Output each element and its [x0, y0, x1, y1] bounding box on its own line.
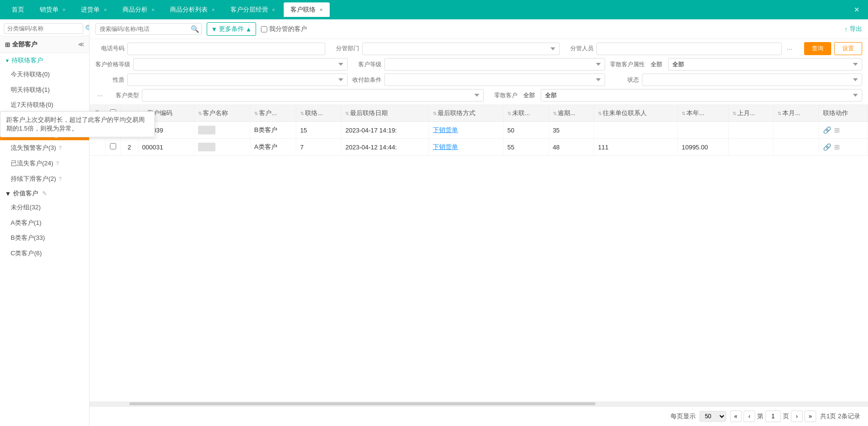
filter-field-phone: 电话号码 — [95, 43, 325, 55]
retail-attr-select[interactable]: 全部 — [668, 58, 862, 71]
row2-select[interactable] — [110, 143, 116, 149]
sidebar-all-customers-header[interactable]: ⊞ 全部客户 ≪ — [0, 36, 89, 53]
row1-grid-icon[interactable]: ⊞ — [834, 126, 840, 134]
settings-button[interactable]: 设置 — [834, 42, 862, 55]
my-customers-checkbox-label[interactable]: 我分管的客户 — [261, 25, 307, 33]
row2-settings — [90, 139, 105, 156]
page-label: 第 — [757, 412, 763, 421]
close-all-tabs-button[interactable]: × — [850, 5, 863, 15]
filter-row-1: 电话号码 分管部门 分管人员 ··· 查询 设置 — [95, 42, 862, 55]
last-page-button[interactable]: » — [805, 411, 816, 422]
tab-purchase[interactable]: 进货单 × — [74, 2, 113, 17]
search-icon[interactable]: 🔍 — [191, 25, 199, 33]
sidebar: 🔍 ⊞ 全部客户 ≪ ▼ 待联络客户 今天待联络(0) 明天待联络(1) 近7天… — [0, 19, 90, 426]
sidebar-item-today-contact[interactable]: 今天待联络(0) — [0, 67, 89, 82]
sidebar-item-tomorrow-contact[interactable]: 明天待联络(1) — [0, 82, 89, 98]
customer-type-select[interactable] — [142, 89, 484, 102]
col-overdue[interactable]: 逾期... — [548, 105, 594, 122]
my-customers-checkbox[interactable] — [261, 26, 267, 32]
filter-icon: ▼ — [211, 26, 217, 33]
sidebar-item-c-class[interactable]: C类客户(6) — [0, 246, 89, 261]
col-last-contact-date[interactable]: 最后联络日期 — [341, 105, 429, 122]
pagination-controls: « ‹ 第 页 › » — [730, 411, 816, 422]
dept-label: 分管部门 — [330, 44, 359, 53]
sidebar-item-7days-contact[interactable]: 近7天待联络(0) — [0, 97, 89, 113]
export-button[interactable]: ↑ 导出 — [845, 25, 863, 33]
person-input[interactable] — [596, 43, 782, 55]
scroll-thumb[interactable] — [129, 402, 595, 405]
tab-customer-contact-close[interactable]: × — [320, 7, 322, 13]
edit-icon[interactable]: ✎ — [42, 190, 47, 197]
sidebar-search-input[interactable] — [4, 23, 83, 34]
phone-input[interactable] — [127, 43, 325, 55]
row2-this-year: 10995.00 — [678, 139, 728, 156]
row1-link-icon[interactable]: 🔗 — [823, 126, 831, 134]
filter-field-customer-type: 客户类型 — [110, 89, 484, 102]
sidebar-item-b-class[interactable]: B类客户(33) — [0, 230, 89, 246]
retail-value: 全部 — [520, 91, 538, 100]
tab-customer-segment-close[interactable]: × — [272, 7, 275, 13]
status-select[interactable] — [642, 73, 862, 86]
col-name[interactable]: 客户名称 — [194, 105, 250, 122]
sidebar-group-value-customers[interactable]: ▼ 价值客户 ✎ — [0, 186, 89, 200]
table-area: ⚙ # 客户编码 客户名称 客户... 联络... 最后联络日期 最后联络方式 … — [90, 105, 868, 401]
customer-type-label: 客户类型 — [110, 91, 139, 100]
filter-field-customer-level: 客户等级 — [352, 58, 605, 71]
sidebar-item-a-class[interactable]: A类客户(1) — [0, 215, 89, 231]
customer-level-select[interactable] — [384, 58, 605, 71]
tab-sales-close[interactable]: × — [62, 7, 65, 13]
tab-customer-segment[interactable]: 客户分层经营 × — [224, 2, 282, 17]
col-contact-person[interactable]: 往来单位联系人 — [594, 105, 678, 122]
col-this-year[interactable]: 本年... — [678, 105, 728, 122]
sidebar-collapse-button[interactable]: ≪ — [78, 41, 84, 48]
row1-contact-method-link[interactable]: 下销货单 — [433, 126, 458, 133]
prev-page-button[interactable]: ‹ — [744, 411, 755, 422]
tab-home[interactable]: 首页 — [5, 2, 31, 17]
per-page-select[interactable]: 50 100 200 — [700, 411, 726, 422]
col-contact[interactable]: 联络... — [296, 105, 341, 122]
horizontal-scrollbar[interactable] — [90, 401, 868, 406]
tab-analysis[interactable]: 商品分析 × — [116, 2, 161, 17]
sidebar-group-pending-contact[interactable]: ▼ 待联络客户 — [0, 53, 89, 67]
dept-select[interactable] — [362, 43, 560, 55]
col-last-contact-method[interactable]: 最后联络方式 — [429, 105, 503, 122]
row2-contact-method-link[interactable]: 下销货单 — [433, 143, 458, 150]
tab-analysis-list-close[interactable]: × — [212, 7, 214, 13]
first-page-button[interactable]: « — [730, 411, 742, 422]
col-last-month[interactable]: 上月... — [728, 105, 774, 122]
row2-grid-icon[interactable]: ⊞ — [834, 143, 840, 151]
customer-search-input[interactable] — [95, 23, 202, 35]
filter-rows: 电话号码 分管部门 分管人员 ··· 查询 设置 — [90, 39, 868, 105]
page-number-input[interactable] — [765, 411, 781, 422]
sidebar-item-unassigned[interactable]: 未分组(32) — [0, 200, 89, 215]
price-level-select[interactable] — [133, 58, 348, 71]
filter-field-status: 状态 — [610, 73, 862, 86]
row1-last-month — [728, 122, 774, 139]
sidebar-search-icon[interactable]: 🔍 — [85, 25, 90, 32]
col-type[interactable]: 客户... — [250, 105, 296, 122]
next-page-button[interactable]: › — [791, 411, 803, 422]
nature-select[interactable] — [127, 73, 348, 86]
row2-type: A类客户 — [250, 139, 296, 156]
tab-purchase-close[interactable]: × — [104, 7, 107, 13]
filter-field-dept: 分管部门 — [330, 43, 560, 55]
query-button[interactable]: 查询 — [804, 42, 831, 55]
tab-sales[interactable]: 销货单 × — [33, 2, 72, 17]
tab-analysis-close[interactable]: × — [152, 7, 154, 13]
col-uncontacted[interactable]: 未联... — [503, 105, 549, 122]
row1-contact-person — [594, 122, 678, 139]
more-conditions-button[interactable]: ▼ 更多条件 ▲ — [207, 22, 256, 36]
row1-action: 🔗 ⊞ — [819, 122, 868, 139]
payment-select[interactable] — [384, 73, 605, 86]
retail-select[interactable]: 全部 — [541, 89, 862, 102]
col-this-month[interactable]: 本月... — [774, 105, 819, 122]
person-dots-button[interactable]: ··· — [785, 45, 794, 53]
tab-analysis-list[interactable]: 商品分析列表 × — [163, 2, 221, 17]
sidebar-item-churn-warning[interactable]: 流失预警客户(3) ? — [0, 140, 89, 156]
sidebar-item-churned[interactable]: 已流失客户(24) ? — [0, 156, 89, 171]
sidebar-item-declining[interactable]: 持续下滑客户(2) ? — [0, 171, 89, 187]
arrow-down-icon-2: ▼ — [5, 190, 11, 197]
row4-dots[interactable]: ··· — [95, 91, 105, 99]
row2-link-icon[interactable]: 🔗 — [823, 143, 831, 151]
tab-customer-contact[interactable]: 客户联络 × — [284, 2, 329, 17]
